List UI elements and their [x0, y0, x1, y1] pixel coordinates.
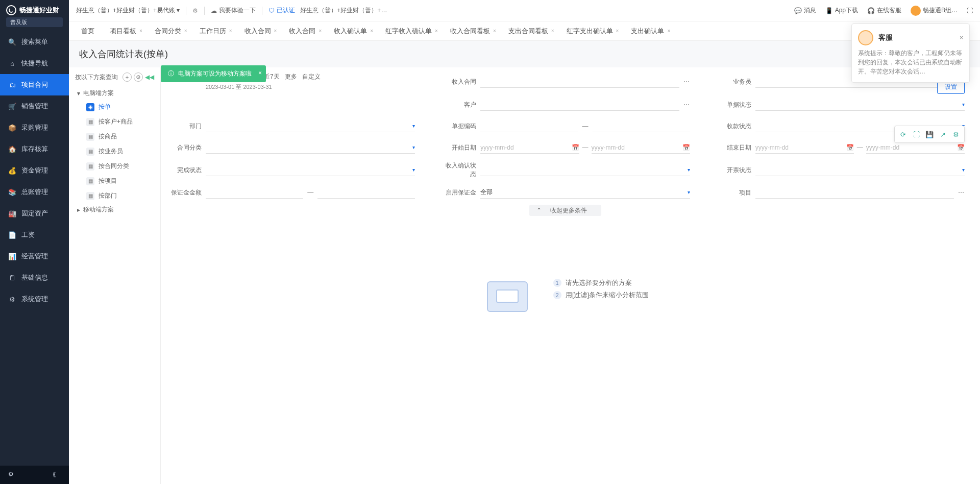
period-更多[interactable]: 更多: [285, 72, 297, 82]
tab-6[interactable]: 收入确认单×: [329, 23, 378, 39]
sidebar-item-1[interactable]: ⌂快捷导航: [0, 53, 69, 74]
settings-icon[interactable]: ⚙: [8, 471, 16, 479]
tab-4[interactable]: 收入合同×: [239, 23, 282, 39]
tab-close-icon[interactable]: ×: [551, 28, 554, 34]
dept-select[interactable]: ▾: [206, 120, 415, 132]
deposit-from-input[interactable]: [206, 186, 303, 199]
try-link[interactable]: ☁ 我要体验一下: [211, 6, 256, 15]
enable-deposit-select[interactable]: 全部▾: [480, 186, 690, 199]
refresh-icon[interactable]: ⟳: [897, 128, 909, 140]
tip-close-icon[interactable]: ×: [258, 69, 262, 77]
nav-icon: 📄: [8, 231, 16, 239]
sidebar-item-10[interactable]: 📊经营管理: [0, 246, 69, 267]
support-link[interactable]: 🎧 在线客服: [867, 6, 901, 15]
income-contract-input[interactable]: [480, 76, 679, 88]
collapse-sidebar-icon[interactable]: ⟪: [53, 471, 61, 479]
nav-icon: 🗂: [8, 81, 16, 89]
fullscreen-icon[interactable]: ⛶: [967, 7, 973, 14]
end-date-to[interactable]: yyyy-mm-dd📅: [866, 141, 965, 154]
collapse-filters-toggle[interactable]: ⌃ 收起更多条件: [529, 205, 601, 216]
scheme-item-0-2[interactable]: ▦按商品: [69, 129, 160, 144]
tab-1[interactable]: 项目看板×: [105, 23, 148, 39]
picker-icon[interactable]: ⋯: [683, 101, 690, 108]
tab-3[interactable]: 工作日历×: [194, 23, 237, 39]
project-input[interactable]: [755, 186, 954, 199]
tab-5[interactable]: 收入合同×: [284, 23, 327, 39]
gear-icon[interactable]: ⚙: [192, 7, 198, 14]
scheme-item-0-0[interactable]: ◉按单: [69, 100, 160, 114]
product-combo-2[interactable]: 好生意（普）+好业财（普）+…: [300, 6, 387, 15]
app-download-link[interactable]: 📱 App下载: [825, 6, 858, 15]
scheme-item-0-5[interactable]: ▦按项目: [69, 174, 160, 188]
sidebar-item-7[interactable]: 📚总账管理: [0, 181, 69, 203]
tab-8[interactable]: 收入合同看板×: [445, 23, 501, 39]
export-icon[interactable]: ↗: [937, 128, 949, 140]
scheme-settings-icon[interactable]: ⚙: [134, 72, 143, 82]
tab-close-icon[interactable]: ×: [184, 28, 187, 34]
tab-close-icon[interactable]: ×: [435, 28, 438, 34]
sidebar-item-4[interactable]: 📦采购管理: [0, 117, 69, 138]
scheme-group-1[interactable]: ▸移动端方案: [69, 203, 160, 216]
deposit-to-input[interactable]: [317, 186, 415, 199]
scheme-item-0-4[interactable]: ▦按合同分类: [69, 159, 160, 174]
nav-icon: 🗒: [8, 274, 16, 282]
nav-icon: 🏭: [8, 209, 16, 217]
invoice-status-select[interactable]: ▾: [755, 164, 965, 176]
tab-0[interactable]: 首页: [76, 23, 103, 39]
tab-close-icon[interactable]: ×: [318, 28, 322, 34]
start-date-to[interactable]: yyyy-mm-dd📅: [592, 141, 690, 154]
period-近7天[interactable]: 近7天: [264, 72, 280, 82]
period-自定义[interactable]: 自定义: [302, 72, 321, 82]
add-scheme-icon[interactable]: +: [122, 72, 132, 82]
tab-close-icon[interactable]: ×: [370, 28, 373, 34]
save-icon[interactable]: 💾: [923, 128, 936, 140]
scheme-panel: 按以下方案查询 + ⚙ ◀◀ ▾电脑端方案◉按单▦按客户+商品▦按商品▦按业务员…: [69, 67, 161, 484]
sidebar-item-11[interactable]: 🗒基础信息: [0, 267, 69, 288]
tab-close-icon[interactable]: ×: [493, 28, 496, 34]
picker-icon[interactable]: ⋯: [958, 189, 965, 196]
tab-11[interactable]: 支出确认单×: [626, 23, 675, 39]
start-date-from[interactable]: yyyy-mm-dd📅: [480, 141, 579, 154]
tab-9[interactable]: 支出合同看板×: [503, 23, 559, 39]
sidebar-item-2[interactable]: 🗂项目合同: [0, 74, 69, 95]
messages-link[interactable]: 💬 消息: [794, 6, 816, 15]
tab-close-icon[interactable]: ×: [274, 28, 277, 34]
bill-no-input-2[interactable]: [593, 120, 690, 132]
support-close-icon[interactable]: ×: [960, 34, 963, 41]
expand-icon[interactable]: ⛶: [910, 128, 922, 140]
sidebar-item-8[interactable]: 🏭固定资产: [0, 203, 69, 224]
customer-input[interactable]: [480, 99, 679, 111]
tab-10[interactable]: 红字支出确认单×: [561, 23, 624, 39]
bill-no-input[interactable]: [480, 120, 578, 132]
tab-close-icon[interactable]: ×: [616, 28, 619, 34]
sidebar-item-0[interactable]: 🔍搜索菜单: [0, 31, 69, 53]
contract-cat-select[interactable]: ▾: [206, 141, 415, 154]
confirm-status-select[interactable]: ▾: [480, 164, 690, 176]
tab-close-icon[interactable]: ×: [667, 28, 670, 34]
picker-icon[interactable]: ⋯: [683, 78, 690, 85]
sidebar-item-5[interactable]: 🏠库存核算: [0, 138, 69, 160]
tab-close-icon[interactable]: ×: [229, 28, 232, 34]
nav-icon: 🏠: [8, 145, 16, 153]
tab-2[interactable]: 合同分类×: [150, 23, 192, 39]
scheme-item-0-6[interactable]: ▦按部门: [69, 188, 160, 203]
brand-logo: 畅捷通好业财: [0, 0, 69, 17]
bill-status-select[interactable]: ▾: [755, 99, 965, 111]
sidebar-item-6[interactable]: 💰资金管理: [0, 160, 69, 181]
sidebar-item-3[interactable]: 🛒销售管理: [0, 95, 69, 117]
complete-status-select[interactable]: ▾: [206, 164, 415, 176]
chevron-icon: ▾: [77, 90, 80, 97]
collapse-scheme-icon[interactable]: ◀◀: [145, 74, 154, 81]
end-date-from[interactable]: yyyy-mm-dd📅: [755, 141, 854, 154]
sidebar-item-9[interactable]: 📄工资: [0, 224, 69, 246]
calendar-icon: 📅: [682, 144, 690, 151]
scheme-group-0[interactable]: ▾电脑端方案: [69, 87, 160, 100]
tab-7[interactable]: 红字收入确认单×: [380, 23, 443, 39]
user-menu[interactable]: 畅捷通B组…: [911, 6, 958, 16]
tab-close-icon[interactable]: ×: [139, 28, 142, 34]
config-icon[interactable]: ⚙: [950, 128, 962, 140]
product-combo-dropdown[interactable]: 好生意（普）+好业财（普）+易代账 ▾: [76, 6, 180, 15]
scheme-item-0-1[interactable]: ▦按客户+商品: [69, 114, 160, 129]
scheme-item-0-3[interactable]: ▦按业务员: [69, 144, 160, 159]
sidebar-item-12[interactable]: ⚙系统管理: [0, 288, 69, 310]
